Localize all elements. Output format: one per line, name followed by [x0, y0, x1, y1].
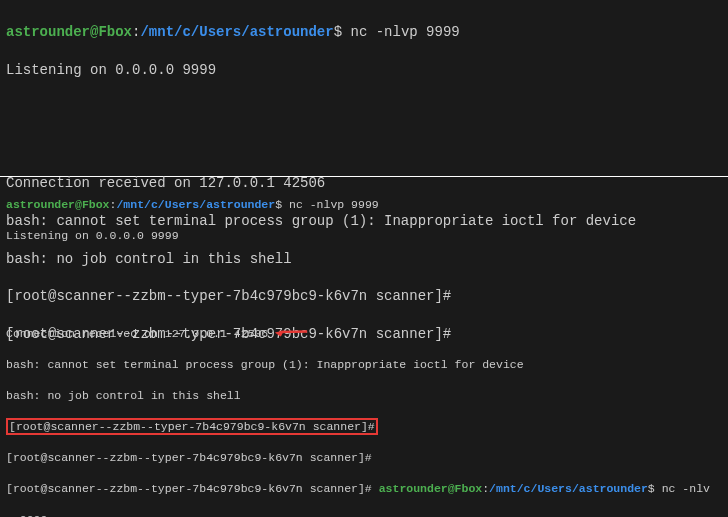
- cwd-path: /mnt/c/Users/astrounder: [140, 24, 333, 40]
- user-host: astrounder@Fbox: [6, 198, 110, 211]
- user-host: astrounder@Fbox: [379, 482, 483, 495]
- output-line: Listening on 0.0.0.0 9999: [6, 61, 722, 80]
- cwd-path: /mnt/c/Users/astrounder: [116, 198, 275, 211]
- blank-line: [6, 136, 722, 155]
- highlight-box: [root@scanner--zzbm--typer-7b4c979bc9-k6…: [6, 418, 378, 435]
- output-line: Listening on 0.0.0.0 9999: [6, 228, 722, 244]
- output-line: Connection received on 127.0.0.1 42506: [6, 321, 722, 342]
- prompt-dollar: $: [334, 24, 342, 40]
- annotation-arrow-icon: [273, 318, 310, 345]
- output-line: bash: cannot set terminal process group …: [6, 357, 722, 373]
- wrapped-command: p 9999: [6, 512, 722, 517]
- blank-line: [6, 259, 722, 275]
- command-text: nc -nlvp 9999: [289, 198, 379, 211]
- conn-text: Connection received on 127.0.0.1 42506: [6, 327, 268, 340]
- root-prefix: [root@scanner--zzbm--typer-7b4c979bc9-k6…: [6, 482, 379, 495]
- output-line: bash: no job control in this shell: [6, 388, 722, 404]
- prompt-line[interactable]: astrounder@Fbox:/mnt/c/Users/astrounder$…: [6, 197, 722, 213]
- prompt-dollar: $: [275, 198, 282, 211]
- root-prompt[interactable]: [root@scanner--zzbm--typer-7b4c979bc9-k6…: [6, 450, 722, 466]
- root-prompt-with-cmd[interactable]: [root@scanner--zzbm--typer-7b4c979bc9-k6…: [6, 481, 722, 497]
- command-text: nc -nlvp 9999: [350, 24, 459, 40]
- blank-line: [6, 290, 722, 306]
- prompt-dollar: $: [648, 482, 655, 495]
- terminal-top: astrounder@Fbox:/mnt/c/Users/astrounder$…: [0, 0, 728, 176]
- root-prompt-highlighted[interactable]: [root@scanner--zzbm--typer-7b4c979bc9-k6…: [6, 419, 722, 435]
- command-text: nc -nlv: [662, 482, 710, 495]
- prompt-line[interactable]: astrounder@Fbox:/mnt/c/Users/astrounder$…: [6, 23, 722, 42]
- terminal-bottom: astrounder@Fbox:/mnt/c/Users/astrounder$…: [0, 177, 728, 517]
- user-host: astrounder@Fbox: [6, 24, 132, 40]
- cwd-path: /mnt/c/Users/astrounder: [489, 482, 648, 495]
- output-line: Connection received on 127.0.0.1 42506: [6, 174, 722, 193]
- blank-line: [6, 98, 722, 117]
